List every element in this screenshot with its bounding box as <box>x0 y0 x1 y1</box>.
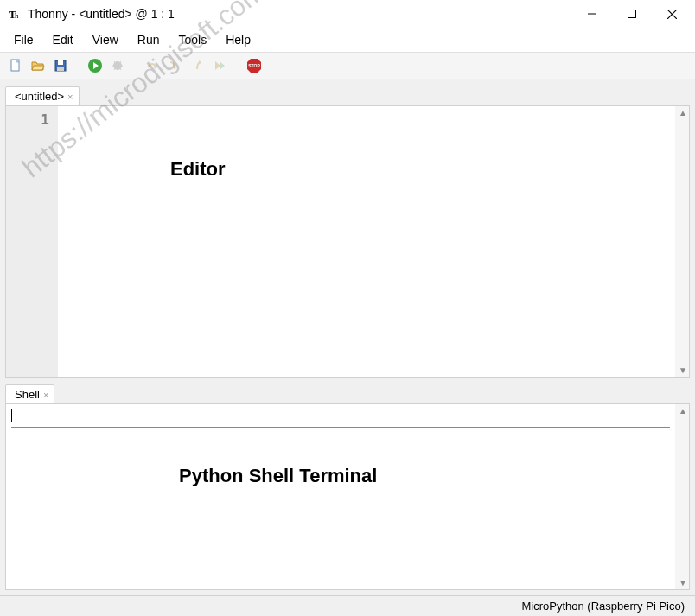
editor-tab-strip: <untitled> × <box>5 85 690 105</box>
svg-marker-18 <box>172 67 177 69</box>
shell-tab-label: Shell <box>15 388 40 401</box>
svg-rect-10 <box>57 67 64 71</box>
menu-view[interactable]: View <box>84 29 127 50</box>
editor-pane: <untitled> × 1 Editor ▲ ▼ <box>0 79 695 378</box>
svg-rect-9 <box>58 60 63 65</box>
stop-icon[interactable]: STOP <box>245 57 263 74</box>
step-out-icon[interactable] <box>188 57 206 74</box>
svg-marker-21 <box>220 61 225 70</box>
menu-file[interactable]: File <box>5 29 42 50</box>
svg-rect-3 <box>628 10 636 18</box>
close-icon[interactable]: × <box>43 390 48 400</box>
toolbar: STOP <box>0 52 695 79</box>
editor-body: 1 Editor ▲ ▼ <box>5 105 690 378</box>
window-controls <box>572 0 692 28</box>
cursor <box>11 409 12 422</box>
line-number: 1 <box>6 111 49 128</box>
titlebar: Th Thonny - <untitled> @ 1 : 1 <box>0 0 695 28</box>
shell-input[interactable]: Python Shell Terminal <box>6 404 675 589</box>
menubar: File Edit View Run Tools Help <box>0 28 695 52</box>
menu-edit[interactable]: Edit <box>44 29 82 50</box>
menu-help[interactable]: Help <box>217 29 259 50</box>
close-icon[interactable]: × <box>67 92 73 102</box>
editor-tab[interactable]: <untitled> × <box>5 86 80 105</box>
open-file-icon[interactable] <box>29 57 47 74</box>
minimize-button[interactable] <box>572 0 612 28</box>
menu-run[interactable]: Run <box>129 29 169 50</box>
resume-icon[interactable] <box>211 57 228 74</box>
scroll-down-icon[interactable]: ▼ <box>679 578 687 587</box>
shell-tab-strip: Shell × <box>5 383 690 403</box>
statusbar: MicroPython (Raspberry Pi Pico) <box>0 595 695 616</box>
new-file-icon[interactable] <box>7 57 24 74</box>
app-icon: Th <box>9 7 22 21</box>
shell-pane: Shell × Python Shell Terminal ▲ ▼ <box>0 378 695 595</box>
menu-tools[interactable]: Tools <box>169 29 215 50</box>
scroll-up-icon[interactable]: ▲ <box>679 406 687 416</box>
shell-scrollbar[interactable]: ▲ ▼ <box>675 404 689 589</box>
editor-scrollbar[interactable]: ▲ ▼ <box>675 106 689 377</box>
shell-tab[interactable]: Shell × <box>5 384 54 403</box>
svg-marker-19 <box>199 60 201 64</box>
shell-divider <box>11 427 670 428</box>
line-gutter: 1 <box>6 106 58 377</box>
debug-icon[interactable] <box>109 57 126 74</box>
svg-text:h: h <box>15 11 19 20</box>
window-title: Thonny - <untitled> @ 1 : 1 <box>28 7 175 21</box>
close-button[interactable] <box>652 0 692 28</box>
editor-tab-label: <untitled> <box>15 90 64 103</box>
maximize-button[interactable] <box>612 0 652 28</box>
code-area[interactable]: Editor <box>58 106 675 377</box>
step-into-icon[interactable] <box>166 57 183 74</box>
scroll-up-icon[interactable]: ▲ <box>679 108 687 117</box>
scroll-down-icon[interactable]: ▼ <box>679 365 687 375</box>
step-over-icon[interactable] <box>143 57 161 74</box>
editor-annotation: Editor <box>170 158 226 181</box>
svg-text:STOP: STOP <box>248 63 260 68</box>
shell-body: Python Shell Terminal ▲ ▼ <box>5 403 690 590</box>
save-file-icon[interactable] <box>52 57 69 74</box>
run-icon[interactable] <box>86 57 104 74</box>
shell-annotation: Python Shell Terminal <box>179 465 377 487</box>
interpreter-label[interactable]: MicroPython (Raspberry Pi Pico) <box>521 600 685 613</box>
app-window: Th Thonny - <untitled> @ 1 : 1 File Edit… <box>0 0 695 616</box>
